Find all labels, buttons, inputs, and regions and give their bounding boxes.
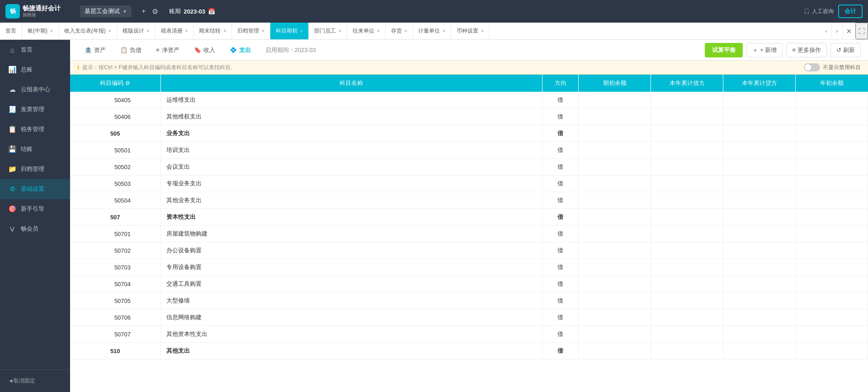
sub-tab-负债[interactable]: 📋 负债 xyxy=(113,43,149,58)
sidebar-item-基础设置[interactable]: ⚙ 基础设置 xyxy=(0,179,70,199)
sub-tab-icon-4: 💠 xyxy=(230,47,237,53)
tab-close-icon[interactable]: × xyxy=(339,28,341,33)
tab-item-1[interactable]: 账(中期)× xyxy=(22,23,59,39)
cancel-fixed-btn[interactable]: ◄取消固定 xyxy=(5,374,66,387)
sidebar-item-云报表中心[interactable]: ☁ 云报表中心 xyxy=(0,80,70,99)
tab-item-4[interactable]: 税表清册× xyxy=(156,23,194,39)
tab-nav-right[interactable]: › xyxy=(832,23,843,39)
expand-icon[interactable]: ⛶ xyxy=(855,23,868,39)
tab-close-icon[interactable]: × xyxy=(108,28,111,33)
sidebar-item-畅会员[interactable]: V 畅会员 xyxy=(0,219,70,239)
cell-yearbal xyxy=(796,175,868,192)
refresh-button[interactable]: ↺ 刷新 xyxy=(830,43,861,57)
sidebar-item-新手引导[interactable]: 🎯 新手引导 xyxy=(0,199,70,219)
tab-close-icon[interactable]: × xyxy=(147,28,150,33)
tab-close-icon[interactable]: × xyxy=(262,28,264,33)
tab-label: 账(中期) xyxy=(28,27,47,35)
tab-item-10[interactable]: 存货× xyxy=(386,23,413,39)
cell-name: 其他业务支出 xyxy=(160,192,542,209)
cell-name: 资本性支出 xyxy=(160,209,542,226)
more-button[interactable]: ≡ 更多操作 xyxy=(786,43,827,57)
sidebar-item-发票管理[interactable]: 🧾 发票管理 xyxy=(0,99,70,119)
balance-button[interactable]: 试算平衡 xyxy=(705,43,743,57)
cell-name: 交通工具购置 xyxy=(160,276,542,293)
cell-balance xyxy=(579,209,651,226)
add-button[interactable]: ＋ + 新增 xyxy=(746,43,783,57)
tab-close-icon[interactable]: × xyxy=(185,28,188,33)
sidebar-item-总账[interactable]: 📊 总账 xyxy=(0,60,70,80)
sidebar-item-归档管理[interactable]: 📁 归档管理 xyxy=(0,159,70,179)
calendar-icon[interactable]: 📅 xyxy=(208,8,215,15)
cell-dir: 借 xyxy=(542,276,579,293)
sub-tab-支出[interactable]: 💠 支出 xyxy=(222,43,258,58)
gear-icon[interactable]: ⚙ xyxy=(125,80,130,86)
sidebar-icon-8: 🎯 xyxy=(8,205,16,213)
table-row: 507 资本性支出 借 xyxy=(70,209,868,226)
cell-credit xyxy=(723,175,796,192)
tab-close-icon[interactable]: × xyxy=(443,28,445,33)
sidebar-item-税务管理[interactable]: 📋 税务管理 xyxy=(0,119,70,139)
tab-close-icon[interactable]: × xyxy=(405,28,407,33)
tab-item-6[interactable]: 归档管理× xyxy=(232,23,270,39)
toggle-switch[interactable] xyxy=(804,63,820,71)
cell-name: 会议支出 xyxy=(160,159,542,175)
tab-close-icon[interactable]: × xyxy=(300,28,303,33)
period-info: 账期 2023-03 📅 xyxy=(169,7,215,15)
tab-item-12[interactable]: 币种设置× xyxy=(451,23,490,39)
tab-item-2[interactable]: 收入支出表(年报)× xyxy=(59,23,117,39)
tab-label: 部门员工 xyxy=(314,27,336,35)
cell-name: 房屋建筑物购建 xyxy=(160,226,542,242)
table-row: 510 其他支出 借 xyxy=(70,343,868,359)
customer-service-btn[interactable]: 🎧 人工咨询 xyxy=(803,8,834,15)
sidebar-label: 首页 xyxy=(21,46,33,54)
cell-debit xyxy=(651,276,723,293)
tab-nav-left[interactable]: ‹ xyxy=(821,23,832,39)
info-bar: ℹ 提示：按Ctrl + F键并输入科目编码或者科目名称可以查找科目。 不显示禁… xyxy=(70,61,868,75)
cell-balance xyxy=(579,343,651,359)
add-company-btn[interactable]: + xyxy=(140,5,147,17)
cell-debit xyxy=(651,226,723,242)
cell-yearbal xyxy=(796,92,868,109)
cell-credit xyxy=(723,242,796,259)
tab-item-3[interactable]: 模版设计× xyxy=(117,23,156,39)
period-display: 启用期间：2023.03 xyxy=(265,46,316,54)
sidebar-item-结账[interactable]: 💾 结账 xyxy=(0,139,70,159)
account-button[interactable]: 会计 xyxy=(838,5,863,18)
sub-tab-净资产[interactable]: ≡ 净资产 xyxy=(149,43,187,58)
cell-name: 专项业务支出 xyxy=(160,175,542,192)
cell-code: 50701 xyxy=(70,226,160,242)
sub-tab-收入[interactable]: 🔖 收入 xyxy=(187,43,222,58)
company-selector[interactable]: 基层工会测试 ▼ xyxy=(80,5,132,17)
tab-item-11[interactable]: 计量单位× xyxy=(413,23,451,39)
period-label: 账期 xyxy=(169,7,181,15)
tab-close-icon[interactable]: × xyxy=(50,28,53,33)
close-all-tabs-btn[interactable]: ✕ xyxy=(843,23,855,39)
cell-credit xyxy=(723,92,796,109)
cell-balance xyxy=(579,159,651,175)
tab-label: 模版设计 xyxy=(123,27,144,35)
tab-item-9[interactable]: 往来单位× xyxy=(347,23,386,39)
settings-icon-btn[interactable]: ⚙ xyxy=(150,5,160,18)
sub-tab-label: 负债 xyxy=(130,46,142,54)
sidebar-icon-3: 🧾 xyxy=(8,105,16,113)
tab-close-icon[interactable]: × xyxy=(377,28,380,33)
cell-code: 50503 xyxy=(70,175,160,192)
sub-tab-icon-0: 🏦 xyxy=(85,47,92,53)
sub-tab-资产[interactable]: 🏦 资产 xyxy=(77,43,113,58)
tab-item-5[interactable]: 期末结转× xyxy=(193,23,232,39)
tab-close-icon[interactable]: × xyxy=(223,28,226,33)
cell-dir: 借 xyxy=(542,125,579,142)
sidebar-item-首页[interactable]: ⌂ 首页 xyxy=(0,40,70,60)
cell-debit xyxy=(651,192,723,209)
sidebar-items: ⌂ 首页 📊 总账 ☁ 云报表中心 🧾 发票管理 📋 税务管理 💾 结账 📁 归… xyxy=(0,40,70,239)
sidebar-label: 结账 xyxy=(21,145,33,153)
cell-credit xyxy=(723,142,796,159)
cell-balance xyxy=(579,259,651,276)
tab-close-icon[interactable]: × xyxy=(481,28,484,33)
cell-code: 50502 xyxy=(70,159,160,175)
tab-item-8[interactable]: 部门员工× xyxy=(309,23,347,39)
cell-yearbal xyxy=(796,326,868,343)
tab-item-7[interactable]: 科目期初× xyxy=(270,23,309,39)
cell-yearbal xyxy=(796,142,868,159)
tab-item-0[interactable]: 首页 xyxy=(0,23,22,39)
